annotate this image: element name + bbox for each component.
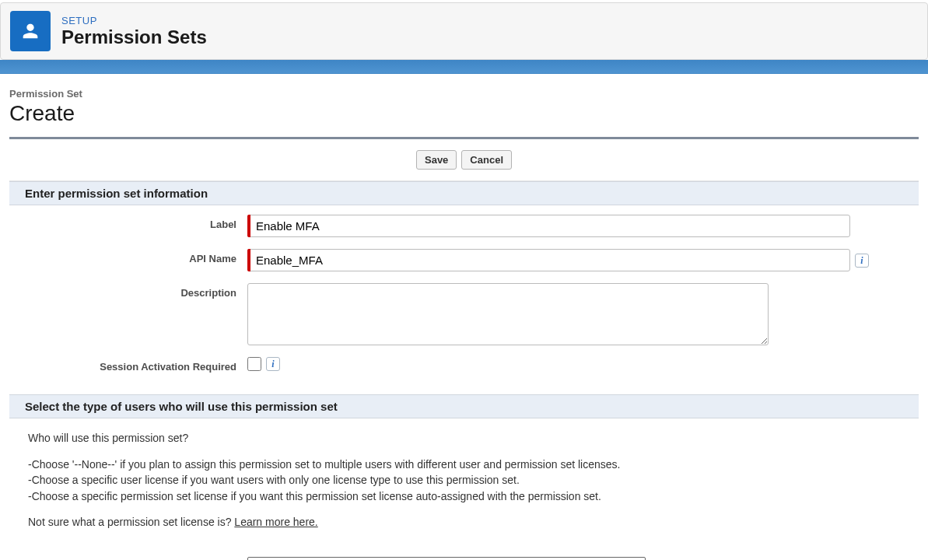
info-icon[interactable]: i bbox=[266, 357, 280, 371]
help-bullet: -Choose a specific permission set licens… bbox=[28, 489, 911, 505]
info-icon[interactable]: i bbox=[855, 254, 869, 268]
label-field-label: Label bbox=[17, 215, 247, 230]
session-activation-label: Session Activation Required bbox=[17, 357, 247, 373]
section-heading-usertype: Select the type of users who will use th… bbox=[9, 394, 919, 418]
help-bullet: -Choose a specific user license if you w… bbox=[28, 473, 911, 488]
required-indicator bbox=[247, 249, 250, 271]
section-heading-info: Enter permission set information bbox=[9, 181, 919, 205]
breadcrumb: SETUP bbox=[61, 15, 207, 26]
cancel-button[interactable]: Cancel bbox=[461, 150, 512, 170]
description-textarea[interactable] bbox=[247, 283, 769, 345]
help-intro: Who will use this permission set? bbox=[28, 431, 911, 446]
help-bullets: -Choose '--None--' if you plan to assign… bbox=[28, 457, 911, 505]
save-button[interactable]: Save bbox=[416, 150, 457, 170]
action-bar: Save Cancel bbox=[9, 147, 919, 181]
apiname-field-label: API Name bbox=[17, 249, 247, 264]
decorative-bar bbox=[0, 60, 928, 74]
page-title: Create bbox=[9, 101, 919, 126]
label-input[interactable] bbox=[247, 215, 850, 237]
help-bullet: -Choose '--None--' if you plan to assign… bbox=[28, 457, 911, 473]
description-field-label: Description bbox=[17, 283, 247, 299]
help-notsure: Not sure what a permission set license i… bbox=[28, 515, 911, 530]
session-activation-checkbox[interactable] bbox=[247, 357, 261, 371]
license-select[interactable]: --None-- bbox=[247, 557, 646, 560]
permission-set-icon bbox=[10, 11, 51, 51]
divider bbox=[9, 137, 919, 139]
learn-more-link[interactable]: Learn more here. bbox=[234, 516, 317, 528]
page-header: SETUP Permission Sets bbox=[0, 2, 928, 60]
required-indicator bbox=[247, 215, 250, 237]
header-title: Permission Sets bbox=[61, 26, 207, 48]
page-subtitle: Permission Set bbox=[9, 88, 919, 100]
apiname-input[interactable] bbox=[247, 249, 850, 271]
